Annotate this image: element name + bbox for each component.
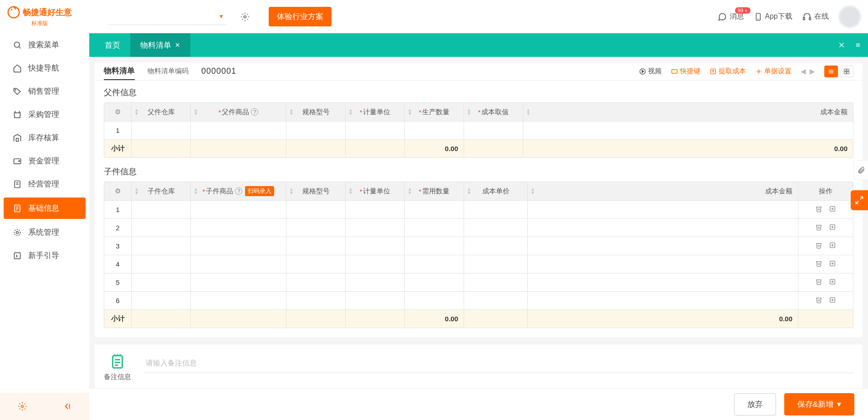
online-label: 在线 — [814, 12, 829, 21]
col-child-spec[interactable]: ▲▼规格型号 — [286, 182, 346, 200]
next-record-icon[interactable]: ▶ — [810, 67, 815, 76]
remark-input[interactable] — [144, 354, 853, 373]
col-parent-cost-fetch[interactable]: ▲▼*成本取值 — [464, 103, 523, 121]
svg-point-7 — [14, 42, 20, 47]
sidebar-label: 基础信息 — [28, 203, 59, 213]
parent-amount-total: 0.00 — [523, 140, 853, 157]
col-parent-cost-amount[interactable]: ▲▼成本金额 — [523, 103, 853, 121]
svg-rect-42 — [847, 71, 849, 74]
sidebar-item-inventory[interactable]: 库存核算 — [0, 126, 89, 149]
svg-point-12 — [19, 160, 20, 162]
fullscreen-button[interactable] — [851, 190, 868, 210]
col-parent-product[interactable]: ▲▼*父件商品? — [191, 103, 286, 121]
sidebar-item-guide[interactable]: 新手引导 — [0, 244, 89, 267]
bill-code-value: 0000001 — [201, 66, 236, 76]
delete-row-icon[interactable] — [815, 242, 822, 250]
col-child-product[interactable]: ▲▼*子件商品?扫码录入 — [191, 182, 286, 200]
tool-doc-setting[interactable]: 单据设置 — [755, 67, 791, 76]
app-download-button[interactable]: App下载 — [754, 12, 792, 21]
delete-row-icon[interactable] — [815, 205, 822, 214]
delete-row-icon[interactable] — [815, 278, 822, 287]
svg-point-21 — [16, 231, 19, 233]
add-row-icon[interactable] — [829, 296, 836, 305]
attachment-button[interactable] — [853, 160, 868, 180]
child-row[interactable]: 4 — [104, 255, 853, 273]
col-child-warehouse[interactable]: ▲▼子件仓库 — [132, 182, 191, 200]
footer-gear-icon[interactable] — [18, 402, 27, 411]
add-row-icon[interactable] — [829, 242, 836, 250]
col-child-need-qty[interactable]: ▲▼*需用数量 — [405, 182, 464, 200]
svg-marker-31 — [642, 70, 644, 72]
svg-rect-10 — [16, 138, 19, 141]
add-row-icon[interactable] — [829, 260, 836, 268]
child-amount-total: 0.00 — [528, 310, 798, 328]
user-avatar[interactable] — [839, 6, 861, 28]
delete-row-icon[interactable] — [815, 260, 822, 268]
add-row-icon[interactable] — [829, 205, 836, 214]
help-icon[interactable]: ? — [235, 187, 242, 195]
sidebar-footer — [0, 393, 89, 420]
tab-home[interactable]: 首页 — [95, 33, 130, 57]
sidebar-item-operation[interactable]: 经营管理 — [0, 172, 89, 196]
tool-extract-cost[interactable]: 提取成本 — [710, 67, 746, 76]
add-row-icon[interactable] — [829, 278, 836, 287]
sidebar-item-system[interactable]: 系统管理 — [0, 221, 89, 244]
svg-rect-5 — [803, 17, 805, 20]
col-parent-unit[interactable]: ▲▼*计量单位 — [346, 103, 405, 121]
prev-record-icon[interactable]: ◀ — [801, 67, 806, 76]
parent-row[interactable]: 1 — [104, 121, 853, 139]
experience-industry-button[interactable]: 体验行业方案 — [269, 7, 332, 26]
col-parent-qty[interactable]: ▲▼*生产数量 — [405, 103, 464, 121]
add-row-icon[interactable] — [829, 223, 836, 232]
help-icon[interactable]: ? — [251, 108, 258, 116]
col-child-ops: 操作 — [798, 182, 853, 200]
headset-icon — [802, 12, 812, 21]
home-icon — [13, 64, 22, 73]
collapse-sidebar-icon[interactable] — [62, 401, 72, 411]
document-icon — [13, 204, 22, 213]
tab-more-icon[interactable] — [852, 39, 864, 51]
sidebar-item-basic-info[interactable]: 基础信息 — [4, 197, 86, 219]
gear-icon — [240, 12, 250, 21]
svg-rect-41 — [844, 71, 847, 74]
discard-button[interactable]: 放弃 — [734, 393, 776, 415]
sidebar-item-funds[interactable]: 资金管理 — [0, 149, 89, 172]
col-parent-warehouse[interactable]: ▲▼父件仓库 — [132, 103, 191, 121]
panel-tab-bom[interactable]: 物料清单 — [104, 62, 135, 80]
org-dropdown[interactable]: ▼ — [108, 9, 227, 25]
child-row[interactable]: 1 — [104, 200, 853, 218]
col-child-cost-amount[interactable]: ▲▼成本金额 — [528, 182, 798, 200]
child-row[interactable]: 5 — [104, 273, 853, 291]
brand-mark-icon — [7, 6, 20, 19]
keyboard-icon — [671, 68, 678, 75]
gear-icon[interactable]: ⚙ — [115, 187, 121, 195]
sidebar-item-search[interactable]: 搜索菜单 — [0, 33, 89, 56]
child-row[interactable]: 6 — [104, 291, 853, 309]
messages-button[interactable]: 消息 99 + — [718, 12, 744, 21]
extract-icon — [710, 68, 717, 75]
view-list-button[interactable] — [824, 66, 838, 77]
view-grid-button[interactable] — [840, 66, 853, 77]
gear-icon[interactable]: ⚙ — [115, 108, 121, 116]
org-settings-button[interactable] — [238, 10, 252, 24]
online-support-button[interactable]: 在线 — [802, 12, 829, 21]
scan-input-tag[interactable]: 扫码录入 — [245, 186, 274, 196]
save-and-new-button[interactable]: 保存&新增 ▾ — [784, 393, 854, 415]
col-child-unit[interactable]: ▲▼*计量单位 — [346, 182, 405, 200]
sidebar-item-purchase[interactable]: 采购管理 — [0, 103, 89, 126]
tool-shortcut[interactable]: 快捷键 — [671, 67, 700, 76]
delete-row-icon[interactable] — [815, 296, 822, 305]
tool-video[interactable]: 视频 — [639, 67, 662, 76]
tab-close-all-icon[interactable] — [835, 39, 848, 51]
tab-bom[interactable]: 物料清单 ✕ — [130, 33, 190, 57]
sidebar-item-sales[interactable]: 销售管理 — [0, 80, 89, 103]
child-row[interactable]: 3 — [104, 237, 853, 255]
svg-rect-40 — [847, 69, 849, 71]
child-row[interactable]: 2 — [104, 218, 853, 237]
delete-row-icon[interactable] — [815, 223, 822, 232]
close-icon[interactable]: ✕ — [175, 41, 180, 49]
col-child-cost-price[interactable]: ▲▼成本单价 — [464, 182, 528, 200]
sidebar-item-quick-nav[interactable]: 快捷导航 — [0, 56, 89, 80]
col-parent-spec[interactable]: ▲▼规格型号 — [286, 103, 346, 121]
svg-line-69 — [856, 201, 859, 204]
